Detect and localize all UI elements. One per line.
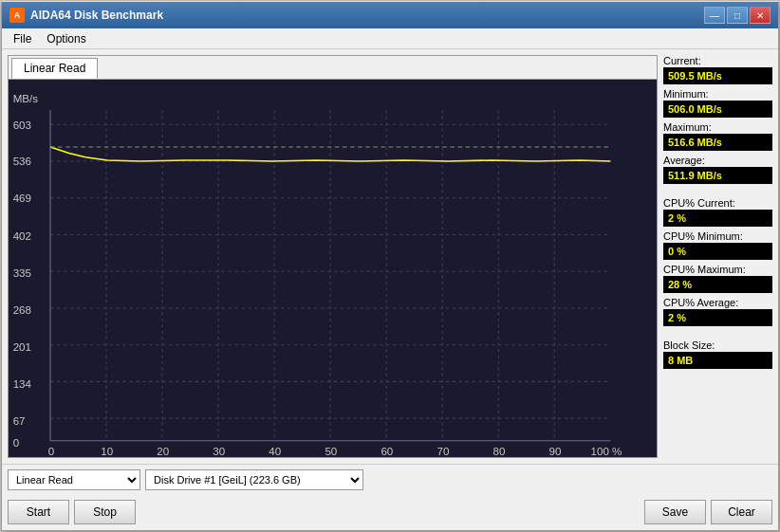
minimize-button[interactable]: — bbox=[704, 7, 725, 24]
svg-text:80: 80 bbox=[493, 446, 506, 457]
minimum-value: 506.0 MB/s bbox=[663, 101, 772, 118]
y-label-mbs: MB/s bbox=[13, 93, 39, 104]
chart-area: 08:24 MB/s 603 536 469 402 335 268 201 1… bbox=[9, 80, 657, 457]
current-value: 509.5 MB/s bbox=[663, 67, 772, 84]
close-button[interactable]: ✕ bbox=[750, 7, 771, 24]
content-area: Linear Read 08:24 MB/s 603 536 469 402 3… bbox=[2, 49, 778, 464]
svg-text:20: 20 bbox=[157, 446, 169, 457]
drive-dropdown[interactable]: Disk Drive #1 [GeiL] (223.6 GB) bbox=[145, 469, 363, 490]
svg-text:10: 10 bbox=[101, 446, 113, 457]
tab-bar: Linear Read bbox=[9, 56, 657, 80]
stop-button[interactable]: Stop bbox=[74, 500, 136, 524]
minimum-label: Minimum: bbox=[663, 88, 772, 100]
window-title: AIDA64 Disk Benchmark bbox=[30, 9, 704, 22]
save-button[interactable]: Save bbox=[644, 500, 706, 524]
stat-average: Average: 511.9 MB/s bbox=[663, 155, 772, 184]
stat-maximum: Maximum: 516.6 MB/s bbox=[663, 121, 772, 151]
cpu-average-value: 2 % bbox=[663, 309, 772, 326]
svg-text:60: 60 bbox=[381, 446, 393, 457]
average-value: 511.9 MB/s bbox=[663, 167, 772, 184]
stats-panel: Current: 509.5 MB/s Minimum: 506.0 MB/s … bbox=[663, 55, 772, 458]
stat-minimum: Minimum: 506.0 MB/s bbox=[663, 88, 772, 118]
clear-button[interactable]: Clear bbox=[711, 500, 772, 524]
average-label: Average: bbox=[663, 155, 772, 166]
maximize-button[interactable]: □ bbox=[727, 7, 748, 24]
chart-panel: Linear Read 08:24 MB/s 603 536 469 402 3… bbox=[8, 55, 658, 458]
stat-cpu-current: CPU% Current: 2 % bbox=[663, 197, 772, 227]
svg-text:67: 67 bbox=[13, 415, 26, 427]
svg-text:30: 30 bbox=[213, 446, 225, 457]
menu-bar: File Options bbox=[2, 28, 778, 49]
main-window: A AIDA64 Disk Benchmark — □ ✕ File Optio… bbox=[1, 1, 779, 531]
chart-svg: MB/s 603 536 469 402 335 268 201 134 67 … bbox=[9, 80, 657, 457]
controls-bar: Linear Read Disk Drive #1 [GeiL] (223.6 … bbox=[2, 464, 778, 495]
svg-text:134: 134 bbox=[13, 378, 31, 390]
block-size-label: Block Size: bbox=[663, 339, 772, 351]
stat-cpu-minimum: CPU% Minimum: 0 % bbox=[663, 230, 772, 260]
stat-block-size: Block Size: 8 MB bbox=[663, 339, 772, 369]
svg-text:70: 70 bbox=[436, 446, 449, 457]
svg-text:0: 0 bbox=[13, 438, 19, 449]
current-label: Current: bbox=[663, 55, 772, 66]
svg-text:268: 268 bbox=[13, 305, 31, 317]
svg-text:201: 201 bbox=[13, 342, 31, 354]
svg-text:402: 402 bbox=[13, 230, 31, 242]
test-type-dropdown[interactable]: Linear Read bbox=[8, 469, 140, 490]
svg-text:50: 50 bbox=[325, 446, 337, 457]
svg-text:335: 335 bbox=[13, 267, 31, 279]
block-size-value: 8 MB bbox=[663, 352, 772, 369]
cpu-current-label: CPU% Current: bbox=[663, 197, 772, 209]
stat-cpu-average: CPU% Average: 2 % bbox=[663, 297, 772, 326]
cpu-current-value: 2 % bbox=[663, 210, 772, 227]
title-bar: A AIDA64 Disk Benchmark — □ ✕ bbox=[2, 2, 778, 28]
svg-text:100 %: 100 % bbox=[591, 446, 622, 457]
svg-text:0: 0 bbox=[48, 446, 54, 457]
window-controls: — □ ✕ bbox=[704, 7, 771, 24]
app-icon: A bbox=[9, 8, 25, 23]
cpu-maximum-label: CPU% Maximum: bbox=[663, 264, 772, 275]
cpu-maximum-value: 28 % bbox=[663, 276, 772, 293]
svg-text:90: 90 bbox=[549, 446, 562, 457]
stat-cpu-maximum: CPU% Maximum: 28 % bbox=[663, 264, 772, 293]
button-row: Start Stop Save Clear bbox=[2, 495, 778, 530]
maximum-label: Maximum: bbox=[663, 121, 772, 133]
cpu-minimum-label: CPU% Minimum: bbox=[663, 230, 772, 242]
svg-text:536: 536 bbox=[13, 156, 31, 168]
menu-file[interactable]: File bbox=[6, 30, 39, 47]
cpu-minimum-value: 0 % bbox=[663, 243, 772, 260]
svg-text:603: 603 bbox=[13, 119, 31, 131]
maximum-value: 516.6 MB/s bbox=[663, 134, 772, 151]
svg-text:40: 40 bbox=[269, 446, 281, 457]
start-button[interactable]: Start bbox=[8, 500, 69, 524]
tab-linear-read[interactable]: Linear Read bbox=[11, 58, 98, 79]
cpu-average-label: CPU% Average: bbox=[663, 297, 772, 308]
svg-text:469: 469 bbox=[13, 193, 31, 204]
menu-options[interactable]: Options bbox=[39, 30, 93, 47]
stat-current: Current: 509.5 MB/s bbox=[663, 55, 772, 84]
